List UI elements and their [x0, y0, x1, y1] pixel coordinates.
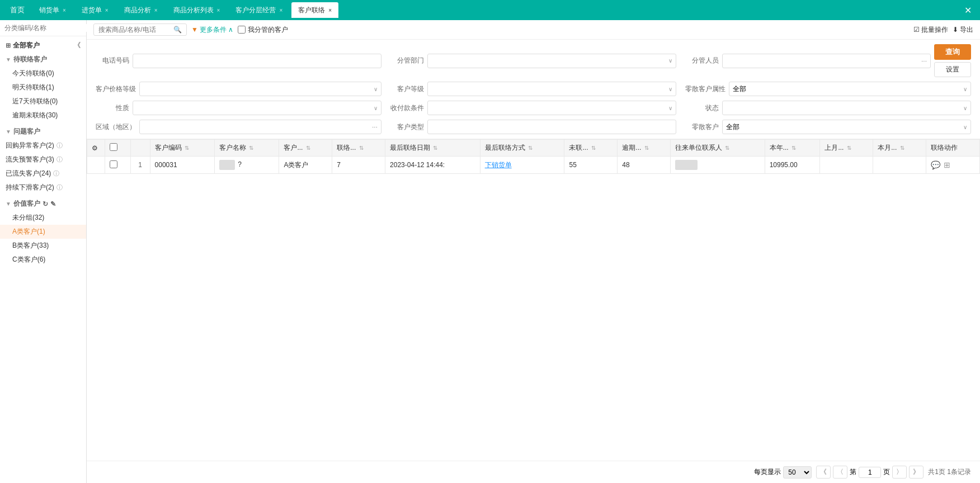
tab-customer-contact[interactable]: 客户联络 ×	[291, 2, 338, 18]
home-tab[interactable]: 首页	[4, 5, 30, 15]
sort-uncontact-icon[interactable]: ⇅	[591, 145, 596, 151]
edit-icon[interactable]: ✎	[50, 200, 56, 208]
nature-input[interactable]: ∨	[133, 101, 381, 115]
dept-input[interactable]: ∨	[427, 54, 676, 68]
sidebar-item-repurchase-abnormal[interactable]: 回购异常客户(2) ⓘ	[0, 139, 86, 153]
row-checkbox-cell	[105, 157, 131, 174]
phone-input[interactable]	[133, 54, 381, 68]
close-purchase-order-icon[interactable]: ×	[105, 7, 109, 13]
query-settings-buttons: 查询 设置	[934, 44, 971, 77]
info-icon-repurchase[interactable]: ⓘ	[56, 141, 63, 150]
sort-contact-icon[interactable]: ⇅	[359, 145, 364, 151]
sidebar-item-overdue-contact[interactable]: 逾期未联络(30)	[0, 108, 86, 122]
row-action-cell: 💬 ⊞	[926, 157, 980, 174]
select-all-checkbox[interactable]	[110, 143, 117, 151]
customer-grade-label: 客户等级	[390, 84, 424, 94]
sidebar-item-churned[interactable]: 已流失客户(24) ⓘ	[0, 167, 86, 181]
window-close-button[interactable]: ✕	[960, 2, 976, 18]
sidebar-item-7days-contact[interactable]: 近7天待联络(0)	[0, 94, 86, 108]
retail-customer-input[interactable]: 全部 ∨	[722, 120, 971, 134]
sidebar-item-churn-warning[interactable]: 流失预警客户(3) ⓘ	[0, 153, 86, 167]
sort-this-month-icon[interactable]: ⇅	[900, 145, 904, 151]
more-conditions-button[interactable]: ▼ 更多条件 ∧	[191, 25, 233, 35]
info-icon-churned[interactable]: ⓘ	[53, 169, 59, 178]
query-button[interactable]: 查询	[934, 44, 971, 60]
sidebar-item-class-b[interactable]: B类客户(33)	[0, 239, 86, 253]
settings-button[interactable]: 设置	[934, 62, 971, 77]
col-settings[interactable]: ⚙	[87, 140, 105, 157]
close-product-analysis-list-icon[interactable]: ×	[217, 7, 220, 13]
sort-last-month-icon[interactable]: ⇅	[847, 145, 851, 151]
region-dots-icon: ···	[372, 123, 378, 131]
filter-search-input[interactable]	[98, 26, 171, 34]
sort-type-icon[interactable]: ⇅	[306, 145, 310, 151]
next-page-button[interactable]: 〉	[892, 466, 907, 479]
sidebar-item-class-c[interactable]: C类客户(6)	[0, 253, 86, 267]
sort-unit-contact-icon[interactable]: ⇅	[725, 145, 729, 151]
sidebar-item-today-contact[interactable]: 今天待联络(0)	[0, 67, 86, 80]
retail-attr-input[interactable]: 全部 ∨	[729, 82, 971, 96]
sidebar-search-bar: 🔍	[0, 20, 86, 36]
close-sales-order-icon[interactable]: ×	[63, 7, 66, 13]
page-number-input[interactable]	[859, 467, 881, 478]
sort-this-year-icon[interactable]: ⇅	[791, 145, 796, 151]
tab-purchase-order[interactable]: 进货单 ×	[75, 2, 115, 18]
customer-type-input[interactable]	[427, 120, 676, 134]
page-size-select-input[interactable]: 50 100 200	[783, 466, 812, 479]
dept-label: 分管部门	[390, 56, 424, 65]
value-customers-group: ▼ 价值客户 ↻ ✎ 未分组(32) A类客户(1) B类客户(33) C类客户…	[0, 197, 86, 267]
row-overdue-cell: 48	[618, 157, 671, 174]
last-method-link[interactable]: 下销货单	[485, 161, 512, 169]
col-this-year: 本年... ⇅	[765, 140, 820, 157]
filter-search-icon[interactable]: 🔍	[173, 26, 182, 34]
customer-grade-arrow-icon: ∨	[668, 86, 672, 92]
tab-sales-order[interactable]: 销货单 ×	[32, 2, 73, 18]
sidebar-item-tomorrow-contact[interactable]: 明天待联络(1)	[0, 80, 86, 94]
close-customer-contact-icon[interactable]: ×	[328, 7, 332, 13]
problem-customers-group-label[interactable]: ▼ 问题客户	[0, 125, 86, 139]
chat-icon[interactable]: 💬	[931, 160, 940, 169]
problem-arrow-icon: ▼	[6, 129, 11, 135]
sidebar-search-input[interactable]	[4, 24, 88, 32]
tab-product-analysis-list[interactable]: 商品分析列表 ×	[167, 2, 227, 18]
filter-row-customer-grade: 客户等级 ∨	[390, 82, 676, 96]
status-input[interactable]: ∨	[722, 101, 971, 115]
filter-row-status: 状态 ∨	[685, 101, 971, 115]
sort-last-date-icon[interactable]: ⇅	[433, 145, 437, 151]
sidebar-collapse-button[interactable]: 《	[74, 41, 81, 50]
tab-product-analysis[interactable]: 商品分析 ×	[117, 2, 164, 18]
region-input[interactable]: ···	[139, 120, 381, 134]
value-customers-group-label[interactable]: ▼ 价值客户 ↻ ✎	[0, 197, 86, 211]
link-icon[interactable]: ⊞	[944, 160, 950, 169]
batch-operation-button[interactable]: ☑ 批量操作	[913, 25, 948, 35]
refresh-icon[interactable]: ↻	[43, 200, 48, 208]
sort-last-method-icon[interactable]: ⇅	[528, 145, 533, 151]
first-page-button[interactable]: 《	[816, 466, 831, 479]
col-last-date: 最后联络日期 ⇅	[385, 140, 480, 157]
my-customers-check[interactable]	[238, 26, 246, 34]
sort-name-icon[interactable]: ⇅	[249, 145, 253, 151]
col-name: 客户名称 ⇅	[215, 140, 279, 157]
sort-overdue-icon[interactable]: ⇅	[644, 145, 649, 151]
col-unit-contact: 往来单位联系人 ⇅	[671, 140, 765, 157]
sidebar-item-ungrouped[interactable]: 未分组(32)	[0, 211, 86, 225]
last-page-button[interactable]: 》	[909, 466, 924, 479]
info-icon-churn-warning[interactable]: ⓘ	[56, 155, 63, 164]
close-customer-segment-icon[interactable]: ×	[279, 7, 282, 13]
filter-search-box[interactable]: 🔍	[93, 23, 187, 36]
manager-input[interactable]: ···	[722, 54, 931, 68]
sidebar-item-declining[interactable]: 持续下滑客户(2) ⓘ	[0, 181, 86, 195]
my-customers-checkbox[interactable]: 我分管的客户	[238, 25, 288, 35]
customer-grade-input[interactable]: ∨	[427, 82, 676, 96]
sidebar-item-class-a[interactable]: A类客户(1)	[0, 225, 86, 239]
tab-customer-segment[interactable]: 客户分层经营 ×	[229, 2, 289, 18]
row-select-checkbox[interactable]	[110, 160, 117, 168]
prev-page-button[interactable]: 〈	[833, 466, 847, 479]
sort-code-icon[interactable]: ⇅	[185, 145, 189, 151]
pay-condition-input[interactable]: ∨	[427, 101, 676, 115]
export-button[interactable]: ⬇ 导出	[953, 25, 973, 35]
close-product-analysis-icon[interactable]: ×	[154, 7, 158, 13]
price-grade-input[interactable]: ∨	[139, 82, 381, 96]
pending-contact-group-label[interactable]: ▼ 待联络客户	[0, 53, 86, 67]
info-icon-declining[interactable]: ⓘ	[56, 183, 63, 192]
